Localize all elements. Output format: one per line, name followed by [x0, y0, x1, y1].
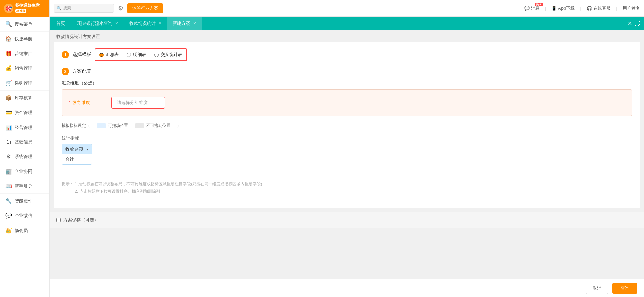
radio-summary[interactable] [99, 53, 104, 57]
dim-arrow-icon: —— [95, 100, 106, 106]
tab-close-bank[interactable]: ✕ [115, 21, 118, 26]
service-icon: 🎧 [587, 6, 592, 11]
maximize-icon[interactable]: ⛶ [635, 20, 640, 27]
inventory-icon: 📦 [5, 95, 12, 101]
user-name[interactable]: 用户姓名 [623, 5, 640, 11]
step2-header: 2 方案配置 [62, 68, 632, 75]
sidebar-item-purchase[interactable]: 🛒采购管理 [0, 76, 49, 91]
topbar-right: 💬 消息 99+ | 📱 App下载 | 🎧 在线客服 | 用户姓名 [524, 5, 640, 11]
message-icon: 💬 [524, 6, 530, 11]
legend-fixed: 不可拖动位置 [135, 123, 170, 129]
save-checkbox[interactable] [56, 218, 61, 222]
sidebar-item-operations[interactable]: 📊经营管理 [0, 120, 49, 135]
option-detail[interactable]: 明细表 [127, 52, 146, 58]
sidebar-label-system: 系统管理 [15, 154, 32, 160]
topbar-search-box[interactable]: 🔍 搜索 [54, 4, 114, 13]
option-cross-label: 交叉统计表 [161, 52, 182, 58]
fixed-label: 不可拖动位置 [146, 123, 170, 129]
template-options: 汇总表 明细表 交叉统计表 [95, 48, 187, 61]
dim-label-text: 纵向维度 [72, 100, 90, 105]
cancel-button[interactable]: 取消 [586, 283, 608, 294]
bottom-bar: 取消 查询 [50, 279, 644, 297]
close-window-icon[interactable]: ✕ [628, 20, 632, 27]
tab-close-receipt-stats[interactable]: ✕ [158, 21, 162, 26]
logo-icon: 🎯 [4, 4, 13, 13]
sidebar-label-enterprise: 企业协同 [15, 168, 32, 175]
quick-nav-icon: 🏠 [5, 36, 12, 42]
sidebar-item-quick-nav[interactable]: 🏠快捷导航 [0, 32, 49, 46]
finance-icon: 💳 [5, 109, 12, 116]
radio-cross[interactable] [154, 53, 159, 57]
tab-new-plan[interactable]: 新建方案✕ [167, 17, 202, 30]
tips-section: 提示： 1.拖动标题栏可以调整布局，不可跨维度或指标区域拖动栏目字段(只能在同一… [62, 175, 632, 195]
app-download-button[interactable]: 📱 App下载 [551, 5, 575, 11]
sidebar: 🎯 畅捷通好生意 标准版 🔍搜索菜单🏠快捷导航🎁营销推广💰销售管理🛒采购管理📦库… [0, 0, 50, 297]
sidebar-label-finance: 资金管理 [15, 110, 32, 116]
dim-select-button[interactable]: 请选择分组维度 [111, 97, 165, 109]
stat-card: 收款金额 ▾ 合计 [62, 144, 92, 165]
option-detail-label: 明细表 [133, 52, 146, 58]
content-area: 收款情况统计方案设置 1 选择模板 汇总表 明细表 [50, 30, 644, 279]
dimension-title: 汇总维度（必选） [62, 80, 632, 86]
sidebar-item-sales[interactable]: 💰销售管理 [0, 61, 49, 76]
step1-header: 1 选择模板 汇总表 明细表 交叉统计表 [62, 48, 632, 61]
basic-icon: 🗂 [5, 139, 12, 145]
member-icon: 👑 [5, 227, 12, 234]
sidebar-label-operations: 经营管理 [15, 125, 32, 131]
sidebar-item-search[interactable]: 🔍搜索菜单 [0, 17, 49, 32]
operations-icon: 📊 [5, 124, 12, 131]
sidebar-item-marketing[interactable]: 🎁营销推广 [0, 46, 49, 61]
step2-num: 2 [62, 68, 69, 75]
tab-label-home: 首页 [56, 20, 65, 27]
step1-title: 选择模板 [72, 52, 91, 58]
dimension-config: 汇总维度（必选） * 纵向维度 —— 请选择分组维度 [62, 80, 632, 116]
sidebar-item-inventory[interactable]: 📦库存核算 [0, 91, 49, 105]
query-button[interactable]: 查询 [612, 283, 637, 294]
sidebar-logo: 🎯 畅捷通好生意 标准版 [0, 0, 49, 17]
fixed-icon [135, 123, 144, 128]
tab-bank[interactable]: 现金银行流水查询✕ [72, 17, 124, 30]
tip-line-1: 提示： 1.拖动标题栏可以调整布局，不可跨维度或指标区域拖动栏目字段(只能在同一… [62, 181, 632, 188]
tab-home[interactable]: 首页 [50, 17, 72, 30]
stat-header-label: 统计指标 [62, 135, 632, 141]
online-service-button[interactable]: 🎧 在线客服 [587, 5, 611, 11]
tabbar: 首页现金银行流水查询✕收款情况统计✕新建方案✕ ✕ ⛶ [50, 17, 644, 30]
settings-icon[interactable]: ⚙ [117, 5, 125, 12]
purchase-icon: 🛒 [5, 80, 12, 86]
sales-icon: 💰 [5, 65, 12, 71]
sidebar-item-guide[interactable]: 📖新手引导 [0, 179, 49, 194]
sidebar-item-system[interactable]: ⚙系统管理 [0, 149, 49, 164]
tip-line-2: 2. 点击标题栏下拉可设置排序、插入列和删除列 [62, 188, 632, 195]
sidebar-item-basic[interactable]: 🗂基础信息 [0, 135, 49, 149]
sidebar-item-hardware[interactable]: 🔧智能硬件 [0, 194, 49, 208]
option-summary[interactable]: 汇总表 [99, 52, 119, 58]
breadcrumb: 收款情况统计方案设置 [56, 34, 100, 39]
message-button[interactable]: 💬 消息 99+ [524, 5, 540, 11]
sidebar-item-finance[interactable]: 💳资金管理 [0, 105, 49, 120]
hardware-icon: 🔧 [5, 198, 12, 204]
sidebar-nav: 🔍搜索菜单🏠快捷导航🎁营销推广💰销售管理🛒采购管理📦库存核算💳资金管理📊经营管理… [0, 17, 49, 297]
indicators-section: 模板指标设定（ 可拖动位置 不可拖动位置 ） 统计指标 [62, 123, 632, 168]
step1-num: 1 [62, 51, 69, 58]
sidebar-label-basic: 基础信息 [15, 139, 32, 145]
sidebar-item-member[interactable]: 👑畅会员 [0, 223, 49, 238]
step2-title: 方案配置 [72, 68, 91, 75]
stat-card-header[interactable]: 收款金额 ▾ [62, 144, 92, 154]
radio-detail[interactable] [127, 53, 131, 57]
tab-receipt-stats[interactable]: 收款情况统计✕ [124, 17, 167, 30]
sidebar-item-enterprise[interactable]: 🏢企业协同 [0, 164, 49, 179]
tab-label-receipt-stats: 收款情况统计 [129, 20, 156, 27]
main-area: 🔍 搜索 ⚙ 体验行业方案 💬 消息 99+ | 📱 App下载 | 🎧 在线客… [50, 0, 644, 297]
sidebar-label-quick-nav: 快捷导航 [15, 36, 32, 42]
sidebar-item-wechat[interactable]: 💬企业微信 [0, 208, 49, 223]
stat-card-body: 合计 [62, 154, 92, 164]
trial-button[interactable]: 体验行业方案 [127, 3, 163, 13]
indicators-title-close: ） [177, 123, 181, 129]
draggable-label: 可拖动位置 [108, 123, 128, 129]
dimension-area: * 纵向维度 —— 请选择分组维度 [62, 89, 632, 116]
sidebar-label-inventory: 库存核算 [15, 95, 32, 101]
step1-section: 1 选择模板 汇总表 明细表 交叉统计表 [62, 48, 632, 61]
dim-label: * 纵向维度 [69, 100, 90, 106]
tab-close-new-plan[interactable]: ✕ [193, 21, 196, 26]
option-cross[interactable]: 交叉统计表 [154, 52, 182, 58]
